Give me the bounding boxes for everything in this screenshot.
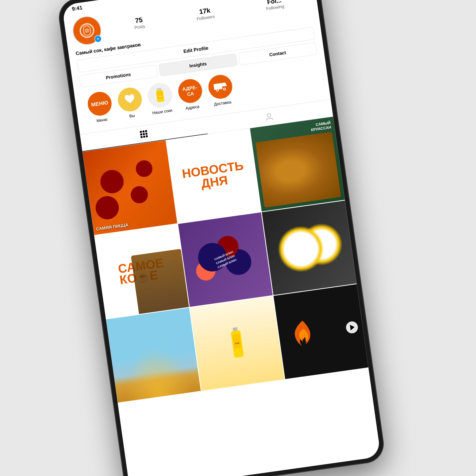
grid-cell-croissant[interactable]: САМЫЙКРУАССАН <box>250 117 345 211</box>
highlight-you[interactable]: Вы <box>116 86 144 120</box>
highlight-juices-circle: сок <box>147 82 173 109</box>
grid-cell-sky[interactable] <box>106 308 201 403</box>
news-text: НОВОСТЬ ДНЯ <box>176 154 251 198</box>
svg-marker-15 <box>221 82 227 87</box>
grid-cell-coffee[interactable]: САМОЕ КО☕Е <box>94 224 189 319</box>
play-button[interactable] <box>345 321 358 334</box>
juice-bottle-large: сок <box>227 326 248 361</box>
delivery-icon <box>212 80 229 94</box>
person-icon <box>264 112 274 122</box>
highlight-you-label: Вы <box>129 113 135 119</box>
highlight-addresses-text: АДРЕ-СА <box>177 83 203 100</box>
highlight-addresses-label: Адреса <box>186 104 200 111</box>
highlight-delivery[interactable]: Доставка <box>207 73 235 107</box>
highlight-menu-text: МЕНЮ <box>91 100 108 108</box>
highlight-juices-label: Наши соки <box>152 108 173 116</box>
svg-point-20 <box>267 113 271 117</box>
highlight-addresses[interactable]: АДРЕ-СА Адреса <box>177 78 204 112</box>
status-time: 9:41 <box>71 4 83 12</box>
stat-posts-label: Posts <box>134 24 146 30</box>
grid-cell-pizza[interactable]: САМЯЯ ПИЦЦА <box>82 140 177 235</box>
stat-posts: 75 Posts <box>133 16 145 30</box>
phone-screen: 9:41 <box>62 0 381 476</box>
stats-row: 75 Posts 17k Followers Fol... Following <box>107 0 310 34</box>
fire-icon <box>290 318 318 349</box>
highlight-addresses-circle: АДРЕ-СА <box>177 78 204 104</box>
grid-cell-fire[interactable] <box>274 284 368 379</box>
heart-icon <box>123 93 136 106</box>
highlight-juices[interactable]: сок Наши соки <box>147 82 174 116</box>
photo-grid: САМЯЯ ПИЦЦА НОВОСТЬ ДНЯ САМЫЙКРУАССАН <box>82 117 368 403</box>
grid-icon <box>140 130 148 138</box>
content-scroll: + 75 Posts 17k Followers <box>63 0 381 476</box>
avatar-container: + <box>71 15 103 47</box>
svg-text:сок: сок <box>158 95 162 98</box>
svg-rect-21 <box>233 327 238 331</box>
stat-followers-number: 17k <box>199 7 211 15</box>
stat-following: Fol... Following <box>265 0 285 12</box>
juice-bottle-icon: сок <box>152 86 168 104</box>
stat-followers-label: Followers <box>196 14 215 22</box>
highlight-menu[interactable]: МЕНЮ Меню <box>86 90 114 124</box>
stat-followers: 17k Followers <box>195 6 215 21</box>
highlight-you-circle <box>116 86 143 113</box>
grid-cell-news[interactable]: НОВОСТЬ ДНЯ <box>166 128 261 223</box>
stat-posts-number: 75 <box>135 17 143 24</box>
play-triangle-icon <box>350 324 355 330</box>
grid-cell-juice-bottle[interactable]: сок <box>190 296 284 391</box>
phone-wrapper: 9:41 <box>57 0 386 476</box>
highlight-menu-label: Меню <box>96 117 108 123</box>
highlight-delivery-label: Доставка <box>214 100 232 107</box>
phone-frame: 9:41 <box>57 0 386 476</box>
highlight-delivery-circle <box>207 73 234 100</box>
grid-cell-eggs[interactable] <box>262 200 357 295</box>
highlight-menu-circle: МЕНЮ <box>86 90 113 117</box>
grid-cell-pancakes[interactable]: САМЫЙ БЛИНСАМЫЙ БЛИНСАМЫЙ БЛИН <box>178 212 273 307</box>
